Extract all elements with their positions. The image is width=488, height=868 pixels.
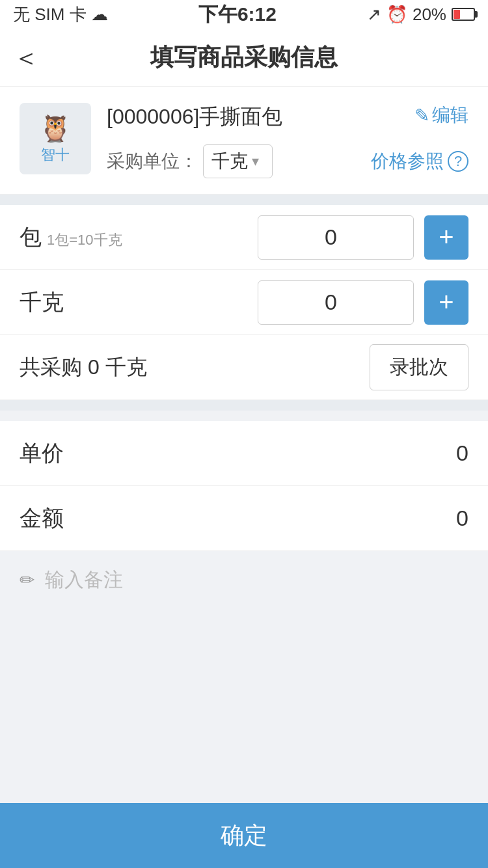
chevron-down-icon: ▾ xyxy=(252,153,259,170)
status-left: 无 SIM 卡 ☁ xyxy=(13,3,108,26)
kg-plus-button[interactable]: + xyxy=(424,280,468,325)
unit-label: 采购单位： xyxy=(107,149,198,174)
summary-text: 共采购 0 千克 xyxy=(20,353,147,382)
status-time: 下午6:12 xyxy=(198,1,277,28)
confirm-button[interactable]: 确定 xyxy=(0,803,488,868)
product-info: [0000006]手撕面包 ✎ 编辑 采购单位： 千克 ▾ 价格参照 ? xyxy=(107,103,468,178)
bao-label: 包1包=10千克 xyxy=(20,223,150,252)
battery-level: 20% xyxy=(413,5,446,25)
bao-input-wrap: + xyxy=(150,215,468,260)
unit-price-row: 单价 0 xyxy=(0,421,488,486)
product-logo-text: 智十 xyxy=(41,145,70,165)
edit-icon: ✎ xyxy=(414,105,429,126)
kg-label: 千克 xyxy=(20,288,150,318)
back-button[interactable]: ＜ xyxy=(0,29,52,87)
page-title: 填写商品采购信息 xyxy=(0,42,488,74)
price-section: 单价 0 金额 0 xyxy=(0,421,488,551)
remark-section[interactable]: ✏ 输入备注 xyxy=(0,551,488,609)
product-thumbnail: 🦉 智十 xyxy=(20,103,91,174)
unit-price-value: 0 xyxy=(456,441,468,466)
amount-value: 0 xyxy=(456,506,468,531)
unit-select[interactable]: 千克 ▾ xyxy=(203,144,273,178)
back-icon: ＜ xyxy=(13,40,39,75)
section-divider-2 xyxy=(0,400,488,411)
product-name: [0000006]手撕面包 xyxy=(107,103,414,131)
battery-icon xyxy=(452,8,475,21)
amount-row: 金额 0 xyxy=(0,486,488,551)
sim-status: 无 SIM 卡 ☁ xyxy=(13,3,108,26)
remark-placeholder: 输入备注 xyxy=(45,567,123,593)
alarm-icon: ⏰ xyxy=(386,5,407,25)
batch-button[interactable]: 录批次 xyxy=(370,344,468,390)
edit-button[interactable]: ✎ 编辑 xyxy=(414,103,468,128)
summary-section: 共采购 0 千克 录批次 xyxy=(0,335,488,400)
bao-row: 包1包=10千克 + xyxy=(0,205,488,270)
kg-row: 千克 + xyxy=(0,270,488,335)
section-divider-1 xyxy=(0,195,488,205)
status-bar: 无 SIM 卡 ☁ 下午6:12 ↗ ⏰ 20% xyxy=(0,0,488,29)
product-card: 🦉 智十 [0000006]手撕面包 ✎ 编辑 采购单位： 千克 ▾ 价格参照 xyxy=(0,87,488,195)
pencil-icon: ✏ xyxy=(20,569,34,591)
price-ref-button[interactable]: 价格参照 ? xyxy=(371,149,468,174)
form-section: 包1包=10千克 + 千克 + xyxy=(0,205,488,335)
product-logo-icon: 🦉 xyxy=(39,113,72,144)
bao-input[interactable] xyxy=(258,215,414,260)
location-icon: ↗ xyxy=(367,5,381,25)
status-right: ↗ ⏰ 20% xyxy=(367,5,475,25)
kg-input[interactable] xyxy=(258,280,414,325)
nav-bar: ＜ 填写商品采购信息 xyxy=(0,29,488,87)
unit-price-label: 单价 xyxy=(20,439,64,468)
help-icon: ? xyxy=(448,151,468,172)
kg-input-wrap: + xyxy=(150,280,468,325)
bao-plus-button[interactable]: + xyxy=(424,215,468,260)
amount-label: 金额 xyxy=(20,504,64,534)
